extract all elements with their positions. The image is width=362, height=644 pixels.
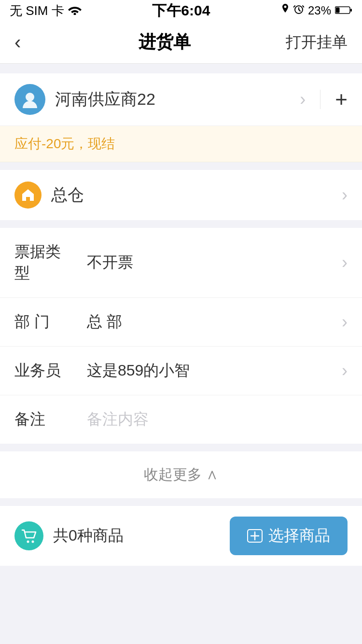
- select-product-button[interactable]: 选择商品: [230, 517, 348, 555]
- select-product-label: 选择商品: [268, 525, 330, 546]
- notice-banner: 应付-20元，现结: [0, 126, 362, 162]
- remark-row[interactable]: 备注 备注内容: [0, 395, 362, 444]
- remark-label: 备注: [14, 409, 72, 430]
- alarm-icon: [293, 4, 304, 17]
- product-bar: 共0种商品 选择商品: [0, 506, 362, 566]
- supplier-actions: › +: [300, 87, 348, 112]
- battery-text: 23%: [308, 4, 331, 17]
- status-right-area: 23%: [281, 4, 352, 17]
- warehouse-name: 总仓: [51, 184, 342, 206]
- invoice-type-value: 不开票: [87, 252, 342, 273]
- supplier-row[interactable]: 河南供应商22 › +: [0, 73, 362, 126]
- remark-input[interactable]: 备注内容: [87, 409, 348, 430]
- svg-point-7: [27, 541, 29, 543]
- department-label: 部 门: [14, 311, 72, 333]
- add-supplier-button[interactable]: +: [335, 87, 348, 112]
- collapse-label: 收起更多 ∧: [144, 465, 218, 485]
- product-count: 共0种商品: [53, 525, 220, 546]
- open-pending-button[interactable]: 打开挂单: [286, 32, 348, 53]
- svg-point-8: [32, 541, 34, 543]
- svg-point-5: [26, 93, 34, 101]
- svg-rect-3: [335, 8, 339, 13]
- nav-bar: ‹ 进货单 打开挂单: [0, 21, 362, 64]
- svg-point-0: [73, 13, 76, 15]
- invoice-type-chevron: ›: [342, 252, 348, 273]
- status-time: 下午6:04: [152, 1, 210, 21]
- invoice-type-row[interactable]: 票据类型 不开票 ›: [0, 228, 362, 298]
- notice-text: 应付-20元，现结: [14, 136, 115, 151]
- supplier-section: 河南供应商22 › + 应付-20元，现结: [0, 73, 362, 162]
- page-title: 进货单: [139, 30, 191, 54]
- invoice-type-label: 票据类型: [14, 241, 72, 284]
- carrier-text: 无 SIM 卡: [10, 2, 64, 19]
- status-carrier-area: 无 SIM 卡: [10, 2, 82, 19]
- wifi-icon: [68, 3, 82, 18]
- department-value: 总 部: [87, 311, 342, 333]
- salesperson-row[interactable]: 业务员 这是859的小智 ›: [0, 347, 362, 395]
- divider: [320, 90, 320, 109]
- svg-rect-4: [350, 9, 352, 12]
- svg-rect-6: [26, 197, 30, 201]
- back-button[interactable]: ‹: [14, 31, 43, 53]
- salesperson-value: 这是859的小智: [87, 360, 342, 381]
- product-icon: [14, 521, 43, 550]
- status-bar: 无 SIM 卡 下午6:04 23%: [0, 0, 362, 21]
- warehouse-chevron-icon: ›: [342, 185, 348, 205]
- supplier-name: 河南供应商22: [55, 88, 300, 111]
- supplier-avatar: [14, 84, 45, 115]
- form-section: 票据类型 不开票 › 部 门 总 部 › 业务员 这是859的小智 › 备注 备…: [0, 228, 362, 444]
- collapse-row[interactable]: 收起更多 ∧: [0, 451, 362, 498]
- department-row[interactable]: 部 门 总 部 ›: [0, 298, 362, 347]
- warehouse-icon: [14, 182, 42, 209]
- supplier-chevron-icon: ›: [300, 89, 306, 110]
- page-background: [0, 566, 362, 644]
- department-chevron: ›: [342, 312, 348, 332]
- salesperson-label: 业务员: [14, 360, 72, 381]
- battery-icon: [335, 4, 352, 17]
- location-icon: [281, 4, 290, 17]
- section-gap-1: [0, 64, 362, 73]
- warehouse-row[interactable]: 总仓 ›: [0, 170, 362, 220]
- salesperson-chevron: ›: [342, 361, 348, 381]
